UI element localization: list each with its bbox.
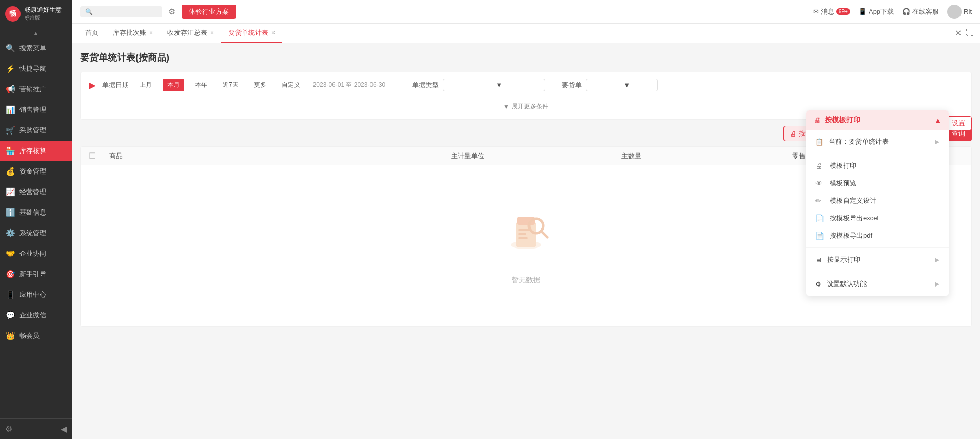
- tab-order-stats-close[interactable]: ×: [271, 29, 275, 36]
- tab-collection-summary[interactable]: 收发存汇总表 ×: [160, 24, 221, 43]
- sidebar-label-system: 系统管理: [19, 228, 46, 238]
- operation-icon: 📈: [5, 187, 15, 197]
- template-custom-label: 模板自定义设计: [830, 196, 876, 205]
- template-print-item[interactable]: 🖨 模板打印: [806, 157, 949, 175]
- sidebar-item-purchase[interactable]: 🛒 采购管理: [0, 120, 72, 141]
- type-select[interactable]: ▼: [443, 79, 545, 91]
- close-window-icon[interactable]: ✕: [955, 28, 962, 38]
- sidebar-label-marketing: 营销推广: [19, 85, 46, 94]
- sidebar-item-sales[interactable]: 📊 销售管理: [0, 100, 72, 120]
- type-filter-label: 单据类型: [412, 81, 439, 90]
- sidebar-bottom: ⚙ ◀: [0, 418, 72, 439]
- category-select[interactable]: ▼: [586, 79, 658, 91]
- date-filter-label: 单据日期: [102, 81, 129, 90]
- sidebar-item-finance[interactable]: 💰 资金管理: [0, 161, 72, 182]
- expand-conditions-btn[interactable]: ▼ 展开更多条件: [498, 100, 554, 113]
- sidebar-item-guide[interactable]: 🎯 新手引导: [0, 264, 72, 284]
- empty-text: 暂无数据: [512, 276, 540, 285]
- settings-icon[interactable]: ⚙: [5, 424, 12, 434]
- template-preview-item[interactable]: 👁 模板预览: [806, 175, 949, 192]
- print-dropdown-label: 按模板打印: [825, 116, 860, 125]
- quick-nav-icon: ⚡: [5, 64, 15, 73]
- print-dropdown-header[interactable]: 🖨 按模板打印 ▲: [806, 110, 949, 130]
- tab-collection-summary-close[interactable]: ×: [210, 29, 214, 36]
- tab-batch-account-close[interactable]: ×: [149, 29, 153, 36]
- topbar: 🔍 ⚙ 体验行业方案 ✉ 消息 99+ 📱 App下载 🎧 在线客服 Rit: [72, 0, 980, 24]
- online-service-label: 在线客服: [912, 7, 939, 16]
- date-btn-more[interactable]: 更多: [249, 79, 271, 91]
- sidebar-scroll-up[interactable]: ▲: [0, 28, 72, 38]
- tab-home[interactable]: 首页: [78, 24, 106, 43]
- sidebar-item-inventory[interactable]: 🏪 库存核算: [0, 141, 72, 161]
- date-btn-this-month[interactable]: 本月: [163, 79, 184, 91]
- printer-header-icon: 🖨: [813, 116, 820, 124]
- tab-batch-account[interactable]: 库存批次账 ×: [106, 24, 160, 43]
- display-print-icon: 🖥: [815, 256, 822, 264]
- template-excel-item[interactable]: 📄 按模板导出excel: [806, 209, 949, 227]
- online-service-btn[interactable]: 🎧 在线客服: [902, 7, 939, 16]
- user-avatar[interactable]: Rit: [947, 5, 972, 19]
- appstore-icon: 📱: [5, 290, 15, 299]
- sidebar-item-quick-nav[interactable]: ⚡ 快捷导航: [0, 59, 72, 79]
- sidebar-item-search[interactable]: 🔍 搜索菜单: [0, 38, 72, 59]
- date-btn-custom[interactable]: 自定义: [277, 79, 305, 91]
- app-download-btn[interactable]: 📱 App下载: [858, 7, 894, 16]
- checkbox-icon[interactable]: ☐: [89, 151, 96, 160]
- sidebar-item-wecom[interactable]: 💬 企业微信: [0, 305, 72, 326]
- trial-btn[interactable]: 体验行业方案: [182, 5, 236, 19]
- set-default-item[interactable]: ⚙ 设置默认功能 ▶: [806, 275, 949, 293]
- current-template-section: 📋 当前：要货单统计表 ▶: [806, 130, 949, 154]
- date-btn-7days[interactable]: 近7天: [218, 79, 243, 91]
- date-range-display: 2023-06-01 至 2023-06-30: [313, 81, 385, 89]
- tab-maximize-area: ✕ ⛶: [955, 28, 974, 38]
- sidebar-item-marketing[interactable]: 📢 营销推广: [0, 79, 72, 100]
- sidebar-item-basic[interactable]: ℹ️ 基础信息: [0, 202, 72, 223]
- avatar-img: [947, 5, 962, 19]
- gear-icon[interactable]: ⚙: [168, 7, 175, 16]
- template-pdf-item[interactable]: 📄 按模板导出pdf: [806, 227, 949, 244]
- filter-expand-icon[interactable]: ▶: [89, 80, 96, 91]
- set-default-icon: ⚙: [815, 280, 821, 288]
- sidebar-label-finance: 资金管理: [19, 167, 46, 176]
- sidebar-item-collab[interactable]: 🤝 企业协同: [0, 243, 72, 264]
- template-custom-item[interactable]: ✏ 模板自定义设计: [806, 192, 949, 209]
- headset-icon: 🎧: [902, 8, 910, 15]
- sidebar-nav: 🔍 搜索菜单⚡ 快捷导航📢 营销推广📊 销售管理🛒 采购管理🏪 库存核算💰 资金…: [0, 38, 72, 418]
- date-btn-this-year[interactable]: 本年: [190, 79, 212, 91]
- sidebar-label-collab: 企业协同: [19, 249, 46, 258]
- expand-window-icon[interactable]: ⛶: [966, 28, 974, 38]
- wecom-icon: 💬: [5, 311, 15, 320]
- category-filter-group: 要货单 ▼: [562, 79, 658, 91]
- display-print-item[interactable]: 🖥 按显示打印 ▶: [806, 251, 949, 269]
- sidebar-item-operation[interactable]: 📈 经营管理: [0, 182, 72, 202]
- template-preview-icon: 👁: [815, 179, 825, 187]
- th-checkbox: ☐: [89, 151, 109, 161]
- tab-order-stats[interactable]: 要货单统计表 ×: [221, 24, 282, 43]
- sidebar: 畅 畅康通好生意 标准版 ▲ 🔍 搜索菜单⚡ 快捷导航📢 营销推广📊 销售管理🛒…: [0, 0, 72, 439]
- mute-icon[interactable]: ◀: [61, 424, 67, 434]
- search-bar[interactable]: 🔍: [80, 6, 162, 17]
- sidebar-label-basic: 基础信息: [19, 208, 46, 217]
- sidebar-item-system[interactable]: ⚙️ 系统管理: [0, 223, 72, 243]
- current-template-arrow: ▶: [935, 138, 939, 145]
- category-chevron-icon: ▼: [623, 81, 652, 89]
- guide-icon: 🎯: [5, 270, 15, 279]
- svg-rect-1: [516, 222, 536, 247]
- sidebar-item-appstore[interactable]: 📱 应用中心: [0, 284, 72, 305]
- app-download-icon: 📱: [858, 8, 867, 15]
- display-print-arrow: ▶: [935, 256, 939, 263]
- basic-icon: ℹ️: [5, 208, 15, 217]
- sidebar-item-member[interactable]: 👑 畅会员: [0, 326, 72, 346]
- date-btn-last-month[interactable]: 上月: [135, 79, 156, 91]
- display-print-label: 按显示打印: [827, 255, 860, 264]
- template-custom-icon: ✏: [815, 197, 825, 205]
- sidebar-label-search: 搜索菜单: [19, 44, 46, 53]
- current-template-label: 当前：要货单统计表: [829, 137, 889, 146]
- sidebar-label-operation: 经营管理: [19, 187, 46, 197]
- th-unit: 主计量单位: [451, 151, 622, 161]
- tab-bar: 首页 库存批次账 × 收发存汇总表 × 要货单统计表 × ✕ ⛶: [72, 24, 980, 43]
- dropdown-close-chevron[interactable]: ▲: [934, 116, 942, 124]
- message-btn[interactable]: ✉ 消息 99+: [813, 7, 850, 16]
- finance-icon: 💰: [5, 167, 15, 176]
- current-template-item[interactable]: 📋 当前：要货单统计表 ▶: [806, 133, 949, 150]
